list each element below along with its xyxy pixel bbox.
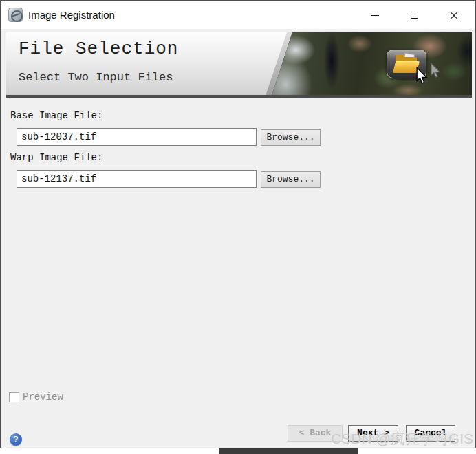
close-icon	[450, 11, 458, 19]
minimize-icon	[371, 15, 379, 16]
maximize-icon	[411, 12, 418, 19]
desktop-strip	[219, 448, 358, 454]
window-title: Image Registration	[28, 9, 115, 21]
warp-image-label: Warp Image File:	[10, 152, 102, 163]
preview-checkbox[interactable]	[9, 392, 19, 402]
warp-image-input[interactable]	[17, 170, 257, 188]
satellite-image	[272, 32, 472, 96]
base-browse-button[interactable]: Browse...	[261, 129, 321, 146]
base-image-input[interactable]	[17, 128, 257, 146]
close-button[interactable]	[442, 5, 466, 25]
mouse-cursor-icon	[415, 67, 428, 85]
maximize-button[interactable]	[402, 5, 426, 25]
page-subtitle: Select Two Input Files	[19, 71, 173, 84]
wizard-banner: File Selection Select Two Input Files	[6, 32, 472, 98]
mouse-cursor-ghost-icon	[430, 63, 441, 78]
banner-graphic	[266, 32, 472, 96]
help-button[interactable]: ?	[10, 433, 22, 446]
app-icon	[8, 8, 23, 22]
warp-browse-button[interactable]: Browse...	[261, 171, 321, 188]
page-title: File Selection	[19, 39, 178, 59]
back-button[interactable]: < Back	[288, 425, 343, 442]
base-image-label: Base Image File:	[10, 110, 102, 121]
preview-row: Preview	[9, 391, 63, 402]
next-button[interactable]: Next >	[348, 425, 398, 442]
minimize-button[interactable]	[363, 5, 387, 25]
preview-label: Preview	[23, 391, 63, 402]
cancel-button[interactable]: Cancel	[406, 425, 455, 442]
dialog-window: Image Registration File Selection Select…	[0, 0, 476, 448]
